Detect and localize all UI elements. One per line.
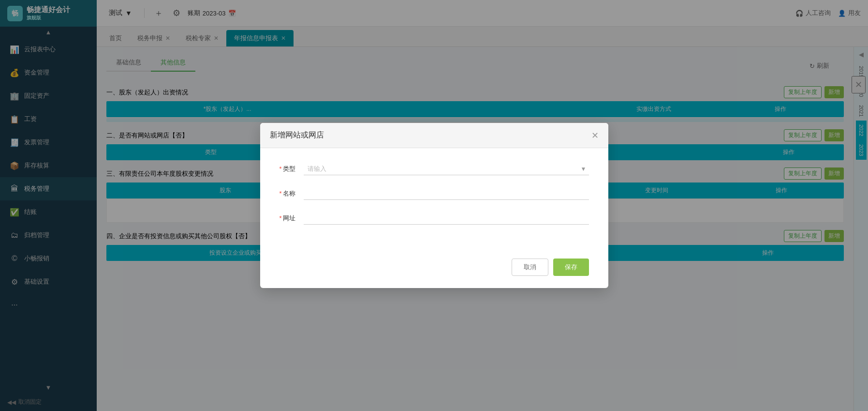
name-required-mark: * [280,190,282,197]
dialog-header: 新增网站或网店 ✕ [260,123,608,148]
type-dropdown-icon[interactable]: ▼ [581,166,589,172]
type-label: *类型 [280,165,304,173]
cancel-button[interactable]: 取消 [512,259,548,276]
dialog-body: *类型 ▼ *名称 *网址 [260,148,608,251]
dialog-close-button[interactable]: ✕ [591,131,599,140]
url-label: *网址 [280,214,304,223]
form-field-name: *名称 [280,187,589,200]
name-label: *名称 [280,189,304,198]
type-input[interactable] [304,163,581,175]
url-required-mark: * [280,214,282,222]
type-input-wrap: ▼ [304,163,589,175]
save-button[interactable]: 保存 [553,259,589,276]
name-input[interactable] [304,187,589,199]
form-field-url: *网址 [280,212,589,225]
dialog-footer: 取消 保存 [260,251,608,288]
dialog-title: 新增网站或网店 [270,130,324,140]
url-input[interactable] [304,212,589,224]
name-input-wrap [304,187,589,200]
dialog-add-website: 新增网站或网店 ✕ *类型 ▼ *名称 [260,123,608,288]
dialog-overlay: 新增网站或网店 ✕ *类型 ▼ *名称 [0,0,868,411]
type-required-mark: * [280,165,282,172]
form-field-type: *类型 ▼ [280,163,589,175]
url-input-wrap [304,212,589,225]
